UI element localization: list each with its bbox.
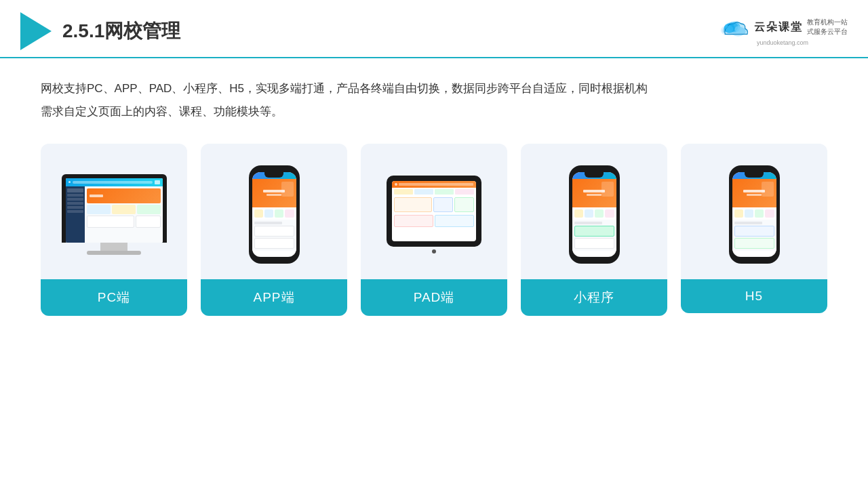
svg-point-6 — [735, 26, 742, 33]
card-pad: PAD端 — [361, 144, 507, 316]
brand-area: 云朵课堂 教育机构一站 式服务云平台 yunduoketang.com — [717, 16, 848, 46]
pc-stand — [100, 243, 127, 251]
cards-container: PC端 — [41, 144, 827, 316]
brand-name-text: 云朵课堂 — [754, 20, 803, 35]
cloud-icon — [717, 16, 750, 38]
pad-tablet-screen — [392, 181, 476, 241]
pad-home-button — [432, 249, 436, 253]
card-h5-image — [681, 144, 827, 279]
miniprogram-screen-content — [572, 172, 616, 257]
h5-phone-screen — [732, 172, 776, 257]
h5-screen-content — [732, 172, 776, 257]
pad-tablet-mockup — [387, 176, 481, 253]
h5-phone-outer — [729, 165, 780, 264]
card-pad-label: PAD端 — [361, 279, 507, 316]
pc-screen-inner — [66, 178, 163, 243]
card-h5: H5 — [681, 144, 827, 313]
miniprogram-phone-mockup — [569, 165, 620, 264]
miniprogram-phone-outer — [569, 165, 620, 264]
card-h5-label: H5 — [681, 279, 827, 313]
card-pad-image — [361, 144, 507, 279]
brand-url: yunduoketang.com — [757, 39, 808, 46]
app-phone-outer — [249, 165, 300, 264]
miniprogram-phone-screen — [572, 172, 616, 257]
pad-screen-content — [392, 181, 476, 241]
h5-phone-mockup — [729, 165, 780, 264]
svg-point-5 — [726, 26, 733, 33]
brand-logo: 云朵课堂 教育机构一站 式服务云平台 — [717, 16, 848, 38]
card-miniprogram-label: 小程序 — [521, 279, 667, 316]
pc-screen-content — [66, 178, 163, 243]
card-pc: PC端 — [41, 144, 187, 316]
miniprogram-phone-notch — [585, 172, 604, 178]
page-header: 2.5.1网校管理 云朵课堂 教育机构一站 — [0, 0, 868, 58]
app-phone-mockup — [249, 165, 300, 264]
card-app-image — [201, 144, 347, 279]
brand-tagline: 教育机构一站 式服务云平台 — [807, 18, 848, 37]
main-content: 网校支持PC、APP、PAD、小程序、H5，实现多端打通，产品各终端自由切换，数… — [0, 58, 868, 329]
pc-screen-outer — [62, 174, 167, 243]
app-screen-content — [252, 172, 296, 257]
card-app-label: APP端 — [201, 279, 347, 316]
header-left: 2.5.1网校管理 — [20, 12, 180, 50]
card-pc-label: PC端 — [41, 279, 187, 316]
card-pc-image — [41, 144, 187, 279]
app-phone-notch — [264, 172, 283, 178]
page-title: 2.5.1网校管理 — [62, 18, 180, 44]
card-miniprogram: 小程序 — [521, 144, 667, 316]
app-phone-screen — [252, 172, 296, 257]
card-app: APP端 — [201, 144, 347, 316]
pad-tablet-outer — [387, 176, 481, 247]
logo-triangle-icon — [20, 12, 52, 50]
pc-base — [87, 251, 141, 255]
description-text: 网校支持PC、APP、PAD、小程序、H5，实现多端打通，产品各终端自由切换，数… — [41, 77, 827, 123]
h5-phone-notch — [745, 172, 764, 178]
card-miniprogram-image — [521, 144, 667, 279]
pc-mockup — [62, 174, 167, 255]
